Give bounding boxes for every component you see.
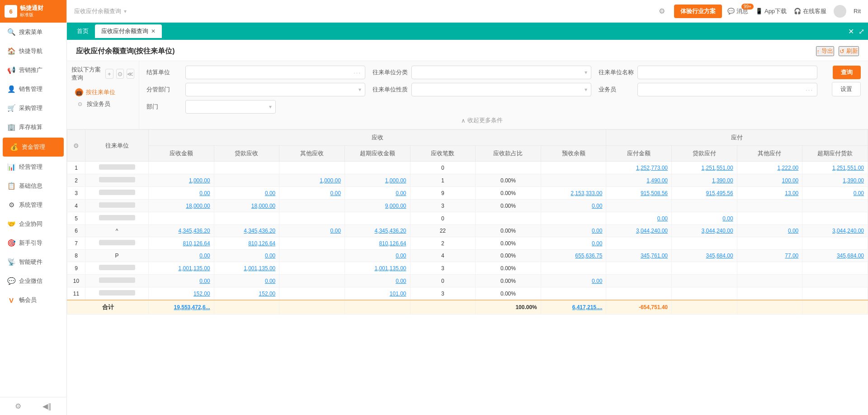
app-download-btn[interactable]: 📱 App下载 [755,7,787,15]
query-btn[interactable]: 查询 [833,66,861,79]
basicinfo-icon: 📋 [7,182,15,190]
industry-btn[interactable]: 体验行业方案 [674,5,722,18]
avatar [834,5,846,18]
settings-footer-btn[interactable]: ⚙ [15,402,21,410]
tab-ar-ap[interactable]: 应收应付余额查询 ✕ [95,24,162,38]
settings-col-header[interactable]: ⚙ [67,130,85,162]
filter-add-btn[interactable]: + [105,69,113,79]
advance-header: 预收余额 [541,146,606,162]
masked-unit [99,202,135,208]
dept2-chevron-icon: ▾ [269,104,272,110]
query-btn-area: 查询 设置 [825,61,868,129]
logo-name: 畅捷通财 [20,5,43,12]
sales-icon: 👤 [7,85,15,93]
sidebar-item-system[interactable]: ⚙ 系统管理 [0,196,66,215]
page-content: 应收应付余额查询(按往来单位) ↑ 导出 ↺ 刷新 按以下方案查询 + ⊙ [67,40,868,415]
ap-loan-header: 贷款应付 [672,146,737,162]
sidebar-item-member[interactable]: V 畅会员 [0,291,66,310]
sidebar-item-purchase[interactable]: 🛒 采购管理 [0,99,66,118]
sidebar-item-operations[interactable]: 📊 经营管理 [0,157,66,176]
col-group-header-row: ⚙ 往来单位 应收 应付 [67,130,868,146]
filter-expand-btn[interactable]: ≪ [127,69,134,79]
tab-close-window-icon[interactable]: ✕ [848,27,854,36]
table-settings-icon[interactable]: ⚙ [73,142,79,149]
collapse-footer-btn[interactable]: ◀‖ [42,402,52,410]
table-head: ⚙ 往来单位 应收 应付 应收金额 贷款应 [67,130,868,162]
export-btn[interactable]: ↑ 导出 [816,46,835,56]
footer-ar-other [279,300,345,315]
filter-row-1: 结算单位 ··· 往来单位分类 ▾ 往来单位 [146,66,817,79]
table-wrapper[interactable]: ⚙ 往来单位 应收 应付 应收金额 贷款应 [67,129,868,415]
hardware-icon: 📡 [7,258,15,266]
footer-advance[interactable]: 6,417,215.... [541,300,606,315]
sidebar-item-sales[interactable]: 👤 销售管理 [0,80,66,99]
masked-unit [99,265,135,270]
sidebar-item-search[interactable]: 🔍 搜索菜单 [0,23,66,42]
unit-name-input[interactable] [637,66,817,79]
sidebar-item-finance[interactable]: 💰 资金管理 [3,138,64,157]
sidebar-item-inventory[interactable]: 🏢 库存核算 [0,118,66,137]
filter-unit-category: 往来单位分类 ▾ [373,66,591,79]
ar-other-header: 其他应收 [279,146,345,162]
table-row: 101,252,773.001,251,551.001,222.001,251,… [67,162,868,174]
page-title: 应收应付余额查询(按往来单位) [76,47,175,56]
filter-row-3: 部门 ▾ [146,100,817,114]
online-service-btn[interactable]: 🎧 在线客服 [794,7,826,15]
filter-row-2: 分管部门 ▾ 往来单位性质 ▾ 业务员 [146,83,817,96]
sidebar-item-hardware[interactable]: 📡 智能硬件 [0,253,66,272]
table-row: 418,000.0018,000.009,000.0030.00%0.00 [67,200,868,212]
filter-config-btn[interactable]: ⊙ [116,69,124,79]
filter-query-area: 按以下方案查询 + ⊙ ≪ 💼 按往来单位 ⊙ 按业务员 [67,61,868,129]
sidebar-item-basicinfo[interactable]: 📋 基础信息 [0,176,66,196]
scheme-by-unit[interactable]: 💼 按往来单位 [71,86,134,98]
filter-salesperson: 业务员 ··· [599,83,817,96]
operations-icon: 📊 [7,163,15,171]
table-row: 500.000.00 [67,212,868,225]
ap-other-header: 其他应付 [737,146,802,162]
table-row: 6^4,345,436.204,345,436.200.004,345,436.… [67,225,868,237]
filter-unit-nature: 往来单位性质 ▾ [373,83,591,96]
sidebar-item-marketing[interactable]: 📢 营销推广 [0,61,66,80]
message-btn[interactable]: 💬 消息 99+ [727,7,748,15]
table-row: 100.000.000.0000.00%0.00 [67,275,868,287]
ap-amount-header: 应付金额 [606,146,672,162]
sidebar-item-quicknav[interactable]: 🏠 快捷导航 [0,42,66,61]
collapse-chevron-icon: ∧ [461,117,466,124]
refresh-btn[interactable]: ↺ 刷新 [839,46,859,56]
breadcrumb: 应收应付余额查询 ▾ [74,7,653,15]
finance-icon: 💰 [10,143,18,151]
footer-ar-amount[interactable]: 19,553,472,6... [149,300,214,315]
salesperson-input[interactable]: ··· [637,83,817,96]
department-select[interactable]: ▾ [185,83,365,96]
ap-group-header: 应付 [606,130,868,146]
message-badge: 99+ [741,4,754,10]
unit-nature-select[interactable]: ▾ [411,83,591,96]
masked-unit [99,215,135,220]
tab-close-icon[interactable]: ✕ [151,28,156,34]
header-gear-icon[interactable]: ⚙ [659,7,665,15]
refresh-icon: ↺ [840,48,844,55]
sidebar-item-wechat[interactable]: 💬 企业微信 [0,272,66,291]
table-row: 21,000.001,000.001,000.0010.00%1,490.001… [67,174,868,187]
table-row: 7810,126.64810,126.64810,126.6420.00%0.0… [67,237,868,250]
settlement-unit-input[interactable]: ··· [185,66,365,79]
footer-ap-amount: -654,751.40 [606,300,672,315]
user-name: Rit [854,8,861,14]
sidebar-item-enterprise[interactable]: 🤝 企业协同 [0,215,66,234]
table-row: 8P0.000.000.0040.00%655,636.75345,761.00… [67,250,868,262]
dept2-select[interactable]: ▾ [185,100,276,114]
tab-home[interactable]: 首页 [71,24,95,38]
scheme-by-staff[interactable]: ⊙ 按业务员 [71,98,134,110]
filter-unit-name: 往来单位名称 [599,66,817,79]
unit-category-select[interactable]: ▾ [411,66,591,79]
filter-department: 分管部门 ▾ [146,83,365,96]
header-right: 💬 消息 99+ 📱 App下载 🎧 在线客服 Rit [727,5,861,18]
marketing-icon: 📢 [7,66,15,74]
member-icon: V [7,296,15,304]
footer-ar-count [410,300,476,315]
tab-expand-icon[interactable]: ⤢ [859,27,864,36]
set-btn[interactable]: 设置 [832,82,861,96]
collapse-btn[interactable]: ∧ 收起更多条件 [146,116,817,124]
sidebar-item-beginner[interactable]: 🎯 新手引导 [0,234,66,253]
sidebar-menu: 🔍 搜索菜单 🏠 快捷导航 📢 营销推广 👤 销售管理 🛒 采购管理 🏢 库存核… [0,23,66,397]
